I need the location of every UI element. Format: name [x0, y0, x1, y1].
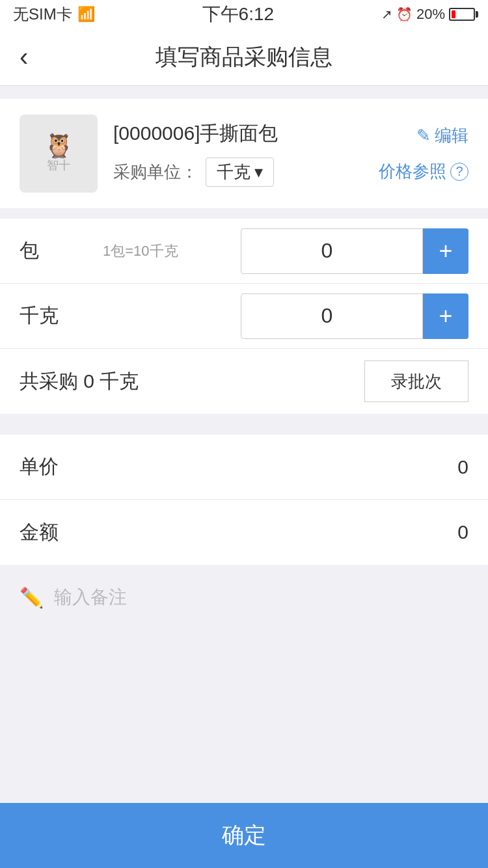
pencil-icon: ✏️ — [20, 586, 44, 609]
help-icon: ? — [450, 163, 468, 181]
bag-input-row: 包 1包=10千克 + — [0, 219, 488, 284]
unit-label: 采购单位： — [113, 161, 198, 183]
wifi-icon: 📶 — [77, 6, 95, 23]
kg-label: 千克 — [20, 303, 98, 329]
kg-input-right: + — [241, 293, 468, 339]
bag-input-right: + — [241, 228, 468, 274]
batch-button[interactable]: 录批次 — [364, 360, 468, 402]
status-time: 下午6:12 — [202, 2, 275, 27]
product-actions: ✎ 编辑 价格参照 ? — [379, 124, 468, 183]
bag-label: 包 — [20, 237, 98, 264]
page-title: 填写商品采购信息 — [156, 42, 332, 72]
remark-section[interactable]: ✏️ 输入备注 — [0, 565, 488, 630]
remark-placeholder: 输入备注 — [54, 585, 127, 610]
summary-text: 共采购 0 千克 — [20, 368, 139, 395]
kg-qty-input[interactable] — [241, 293, 423, 339]
summary-row: 共采购 0 千克 录批次 — [0, 349, 488, 414]
edit-label: 编辑 — [435, 124, 468, 147]
amount-row: 金额 0 — [0, 500, 488, 565]
edit-icon: ✎ — [416, 126, 431, 146]
price-section: 单价 0 金额 0 — [0, 435, 488, 565]
status-left: 无SIM卡 📶 — [13, 4, 95, 25]
edit-button[interactable]: ✎ 编辑 — [416, 124, 468, 147]
battery-icon — [449, 8, 475, 21]
bag-qty-input[interactable] — [241, 228, 423, 274]
amount-value: 0 — [457, 521, 468, 543]
empty-space — [0, 630, 488, 825]
divider-1 — [0, 208, 488, 219]
location-icon: ↗ — [381, 7, 392, 22]
input-section: 包 1包=10千克 + 千克 + — [0, 219, 488, 349]
bag-sub-label: 1包=10千克 — [103, 241, 178, 261]
product-card: 🦉 智十 [0000006]手撕面包 采购单位： 千克 ▾ ✎ 编辑 价格参照 … — [0, 99, 488, 208]
back-button[interactable]: ‹ — [20, 42, 28, 72]
product-image: 🦉 智十 — [20, 115, 98, 193]
product-brand: 智十 — [47, 157, 70, 173]
product-owl-icon: 🦉 — [44, 134, 74, 157]
bag-plus-button[interactable]: + — [423, 228, 468, 274]
price-ref-label: 价格参照 — [379, 160, 446, 183]
unit-price-value: 0 — [457, 456, 468, 478]
unit-select[interactable]: 千克 ▾ — [206, 157, 274, 187]
alarm-icon: ⏰ — [396, 7, 413, 22]
product-unit-row: 采购单位： 千克 ▾ — [113, 157, 363, 187]
product-info: [0000006]手撕面包 采购单位： 千克 ▾ — [113, 120, 363, 187]
confirm-button[interactable]: 确定 — [0, 803, 488, 868]
kg-input-row: 千克 + — [0, 284, 488, 349]
battery-percent: 20% — [416, 6, 445, 23]
kg-plus-button[interactable]: + — [423, 293, 468, 339]
status-right: ↗ ⏰ 20% — [381, 6, 475, 23]
product-name: [0000006]手撕面包 — [113, 120, 363, 147]
divider-2 — [0, 414, 488, 424]
amount-label: 金额 — [20, 519, 59, 546]
nav-bar: ‹ 填写商品采购信息 — [0, 29, 488, 86]
chevron-down-icon: ▾ — [254, 162, 263, 182]
unit-value: 千克 — [217, 161, 251, 183]
unit-price-row: 单价 0 — [0, 435, 488, 500]
price-ref-button[interactable]: 价格参照 ? — [379, 160, 468, 183]
carrier-text: 无SIM卡 — [13, 4, 72, 25]
status-bar: 无SIM卡 📶 下午6:12 ↗ ⏰ 20% — [0, 0, 488, 29]
unit-price-label: 单价 — [20, 454, 59, 480]
